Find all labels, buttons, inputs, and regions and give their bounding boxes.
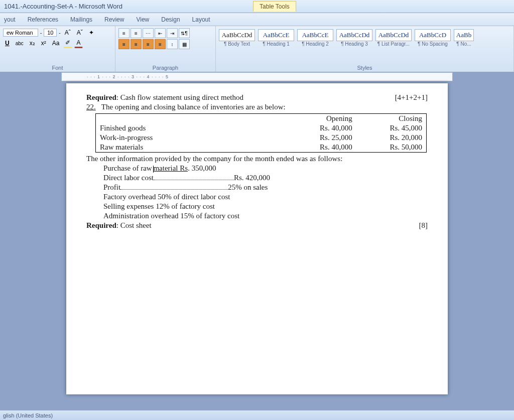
tab-layout-cut[interactable]: yout xyxy=(1,14,19,25)
q22-number: 22. xyxy=(86,103,96,111)
contextual-tab-table-tools[interactable]: Table Tools xyxy=(253,1,296,12)
purchase-u: material Rs xyxy=(153,164,188,172)
style-more[interactable]: AaBb ¶ No... xyxy=(454,29,474,47)
group-paragraph: ≡ ≡ ⋯ ⇤ ⇥ ⇅¶ ≡ ≡ ≡ ≡ ↕ ▦ Paragraph xyxy=(115,26,216,72)
required-label-1: Required xyxy=(86,93,116,101)
subscript-button[interactable]: x₂ xyxy=(28,39,37,48)
sort-button[interactable]: ⇅¶ xyxy=(179,28,190,38)
style-heading2[interactable]: AaBbCcE ¶ Heading 2 xyxy=(297,29,333,47)
font-name-combo[interactable]: ew Roman xyxy=(3,29,38,37)
tab-references[interactable]: References xyxy=(25,14,61,25)
ribbon: ew Roman - 10 - Aˆ Aˇ ✦ U abc x₂ x² Aa ✐… xyxy=(0,26,514,72)
superscript-button[interactable]: x² xyxy=(39,39,48,48)
align-center-button[interactable]: ≡ xyxy=(131,39,142,49)
justify-button[interactable]: ≡ xyxy=(155,39,166,49)
ovh2: Selling expenses 12% of factory cost xyxy=(103,202,428,211)
tab-mailings[interactable]: Mailings xyxy=(67,14,95,25)
font-color-button[interactable]: A xyxy=(74,38,82,48)
marks-1: [4+1+2+1] xyxy=(395,93,428,102)
required-text-1: : Cash flow statement using direct metho… xyxy=(116,93,243,101)
ribbon-tabs: yout References Mailings Review View Des… xyxy=(0,13,514,26)
grow-font-button[interactable]: Aˆ xyxy=(63,28,73,37)
q22-text: The opening and closing balance of inven… xyxy=(101,103,286,111)
clear-format-button[interactable]: ✦ xyxy=(87,28,96,37)
highlight-button[interactable]: ✐ xyxy=(63,38,72,48)
dec-indent-button[interactable]: ⇤ xyxy=(155,28,166,38)
profit-a: Profit xyxy=(103,183,120,191)
align-left-button[interactable]: ≡ xyxy=(118,39,130,49)
other-info-line: The other information provided by the co… xyxy=(86,155,428,163)
bullets-button[interactable]: ≡ xyxy=(118,28,130,38)
tab-review[interactable]: Review xyxy=(101,14,127,25)
style-no-spacing[interactable]: AaBbCcD ¶ No Spacing xyxy=(415,29,451,47)
tab-view[interactable]: View xyxy=(133,14,152,25)
purchase-b: . 350,000 xyxy=(188,164,216,172)
group-font: ew Roman - 10 - Aˆ Aˇ ✦ U abc x₂ x² Aa ✐… xyxy=(0,26,115,72)
horizontal-ruler[interactable]: · · · 1 · · · 2 · · · · 3 · · · 4 · · · … xyxy=(61,72,453,81)
change-case-button[interactable]: Aa xyxy=(50,39,62,48)
inc-indent-button[interactable]: ⇥ xyxy=(167,28,178,38)
required-text-2: : Cost sheet xyxy=(116,221,152,229)
purchase-a: Purchase of raw xyxy=(103,164,154,172)
col-closing: Closing xyxy=(356,114,427,124)
labor-a: Direct labor cost xyxy=(103,174,154,182)
tab-design[interactable]: Design xyxy=(158,14,183,25)
window-title: 1041.-Accounting-Set-A - Microsoft Word xyxy=(4,3,122,10)
page[interactable]: Required: Cash flow statement using dire… xyxy=(66,83,448,394)
language-status[interactable]: glish (United States) xyxy=(3,412,53,418)
style-heading3[interactable]: AaBbCcDd ¶ Heading 3 xyxy=(336,29,372,47)
group-label-styles: Styles xyxy=(219,64,510,71)
title-bar: 1041.-Accounting-Set-A - Microsoft Word … xyxy=(0,0,514,13)
align-right-button[interactable]: ≡ xyxy=(143,39,154,49)
tab-table-layout[interactable]: Layout xyxy=(189,14,213,25)
multilevel-button[interactable]: ⋯ xyxy=(143,28,154,38)
shrink-font-button[interactable]: Aˇ xyxy=(75,28,85,37)
document-area[interactable]: · · · 1 · · · 2 · · · · 3 · · · 4 · · · … xyxy=(0,72,514,410)
table-row: Raw materials Rs. 40,000 Rs. 50,000 xyxy=(96,143,427,153)
col-opening: Opening xyxy=(286,114,356,124)
ovh1: Factory overhead 50% of direct labor cos… xyxy=(103,193,428,201)
line-spacing-button[interactable]: ↕ xyxy=(167,39,178,49)
table-row: Finished goods Rs. 40,000 Rs. 45,000 xyxy=(96,123,427,133)
style-heading1[interactable]: AaBbCcE ¶ Heading 1 xyxy=(258,29,294,47)
underline-button[interactable]: U xyxy=(3,39,12,48)
group-label-para: Paragraph xyxy=(118,64,212,71)
table-row: Work-in-progress Rs. 25,000 Rs. 20,000 xyxy=(96,133,427,143)
profit-b: 25% on sales xyxy=(228,183,268,191)
group-styles: AaBbCcDd ¶ Body Text AaBbCcE ¶ Heading 1… xyxy=(216,26,514,72)
style-list-para[interactable]: AaBbCcDd ¶ List Paragr... xyxy=(375,29,412,47)
ovh3: Administration overhead 15% of factory c… xyxy=(103,212,428,220)
status-bar: glish (United States) xyxy=(0,410,514,420)
inventory-table: Opening Closing Finished goods Rs. 40,00… xyxy=(95,113,427,153)
marks-2: [8] xyxy=(419,221,428,230)
group-label-font: Font xyxy=(3,64,112,71)
shading-borders-button[interactable]: ▦ xyxy=(179,39,190,49)
font-size-combo[interactable]: 10 xyxy=(44,29,57,37)
style-body-text[interactable]: AaBbCcDd ¶ Body Text xyxy=(219,29,255,47)
numbering-button[interactable]: ≡ xyxy=(131,28,142,38)
strike-button[interactable]: abc xyxy=(14,40,26,47)
labor-b: Rs. 420,000 xyxy=(234,174,270,182)
required-label-2: Required xyxy=(86,221,116,229)
